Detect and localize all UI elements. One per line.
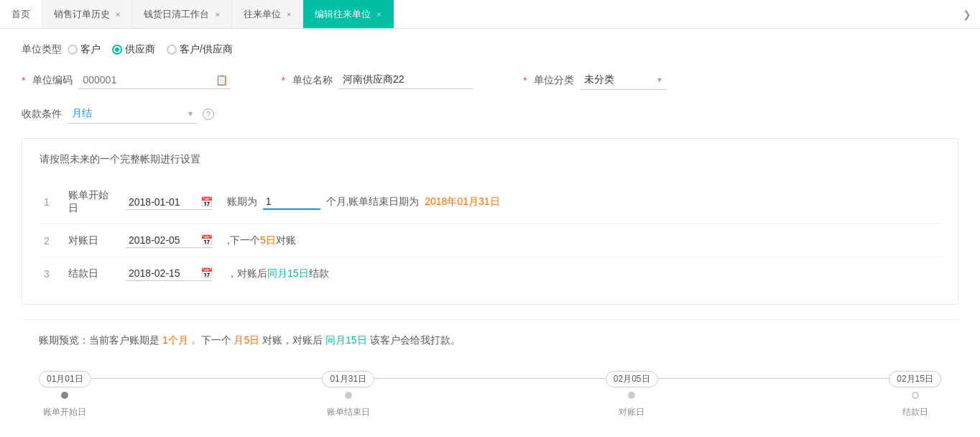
tab-close-icon[interactable]: × — [116, 10, 120, 19]
tab-label: 往来单位 — [244, 8, 281, 21]
radio-supplier[interactable]: 供应商 — [112, 43, 155, 56]
timeline-label-1: 账单开始日 — [43, 406, 86, 418]
unit-category-required: * — [523, 75, 527, 86]
tab-close-active-icon[interactable]: × — [376, 10, 381, 19]
timeline-item-2: 01月31日 账单结束日 — [322, 371, 374, 418]
preview-text: 账期预览：当前客户账期是 1个月， 下一个 月5日 对账，对账后 同月15日 该… — [39, 331, 941, 349]
timeline-badge-2: 01月31日 — [322, 371, 374, 387]
copy-icon[interactable]: 📋 — [213, 74, 231, 86]
tab-label: 销售订单历史 — [54, 8, 110, 21]
timeline-label-4: 结款日 — [902, 406, 928, 418]
calendar-icon-1[interactable]: 📅 — [200, 196, 213, 208]
period-row-3: 3 结款日 📅 ，对账后同月15日结款 — [40, 257, 940, 290]
desc-prefix-3: ，对账后 — [227, 267, 267, 279]
timeline-badge-4: 02月15日 — [889, 371, 941, 387]
radio-customer[interactable]: 客户 — [68, 43, 101, 56]
radio-group: 客户 供应商 客户/供应商 — [68, 43, 233, 56]
radio-label-customer: 客户 — [80, 43, 101, 56]
chevron-down-icon: ▾ — [188, 109, 193, 119]
payment-terms-row: 收款条件 月结 ▾ ? — [22, 104, 958, 124]
unit-name-field: * 单位名称 — [281, 71, 472, 89]
timeline-item-1: 01月01日 账单开始日 — [39, 371, 91, 418]
unit-category-select[interactable]: 未分类 ▾ — [580, 70, 666, 90]
date-input-1-field[interactable] — [126, 195, 198, 209]
unit-info-row: * 单位编码 📋 * 单位名称 * 单位分类 未分类 ▾ — [22, 70, 958, 90]
unit-category-field: * 单位分类 未分类 ▾ — [523, 70, 666, 90]
tab-label: 编辑往来单位 — [315, 8, 371, 21]
radio-circle-customer — [68, 45, 78, 55]
unit-type-row: 单位类型 客户 供应商 客户/供应商 — [22, 43, 958, 56]
unit-category-value: 未分类 — [584, 73, 655, 86]
chevron-right-icon: ❯ — [963, 9, 971, 20]
tab-close-icon[interactable]: × — [287, 10, 291, 19]
period-settings-card: 请按照未来的一个完整帐期进行设置 1 账单开始日 📅 账期为 个月,账单结束日期… — [22, 138, 958, 305]
timeline-item-4: 02月15日 结款日 — [889, 371, 941, 418]
date-input-1: 📅 — [126, 195, 213, 210]
tab-partner-unit[interactable]: 往来单位 × — [232, 0, 303, 28]
help-icon[interactable]: ? — [203, 109, 214, 120]
radio-label-both: 客户/供应商 — [180, 43, 233, 56]
date-input-3-field[interactable] — [126, 266, 198, 280]
unit-type-field: 单位类型 客户 供应商 客户/供应商 — [22, 43, 233, 56]
radio-both[interactable]: 客户/供应商 — [167, 43, 233, 56]
tab-bar: 首页 销售订单历史 × 钱货日清工作台 × 往来单位 × 编辑往来单位 × ❯ — [0, 0, 980, 29]
tab-sales-order-history[interactable]: 销售订单历史 × — [42, 0, 132, 28]
main-content: 单位类型 客户 供应商 客户/供应商 — [0, 29, 980, 437]
timeline-badge-3: 02月05日 — [606, 371, 658, 387]
payment-terms-value: 月结 — [72, 107, 185, 120]
next-day-highlight: 5日 — [260, 234, 276, 246]
same-day-highlight: 同月15日 — [267, 267, 309, 279]
period-row-1: 1 账单开始日 📅 账期为 个月,账单结束日期为 2018年01月31日 — [40, 180, 940, 224]
desc-prefix-1: 账期为 — [227, 196, 257, 207]
tab-more-button[interactable]: ❯ — [954, 0, 980, 28]
period-label-1: 账单开始日 — [68, 189, 111, 215]
period-label-3: 结款日 — [68, 267, 111, 280]
chevron-down-icon: ▾ — [657, 75, 662, 85]
tab-home[interactable]: 首页 — [0, 0, 42, 28]
preview-day: 月5日 — [234, 334, 259, 346]
period-desc-3: ，对账后同月15日结款 — [227, 267, 940, 280]
period-num-1: 1 — [40, 196, 54, 208]
period-num-2: 2 — [40, 235, 54, 247]
period-row-2: 2 对账日 📅 ,下一个5日对账 — [40, 224, 940, 257]
period-desc-1: 账期为 个月,账单结束日期为 2018年01月31日 — [227, 194, 940, 210]
unit-name-required: * — [281, 75, 285, 86]
timeline-dot-2 — [345, 392, 352, 399]
card-title: 请按照未来的一个完整帐期进行设置 — [40, 153, 940, 166]
timeline-item-3: 02月05日 对账日 — [606, 371, 658, 418]
calendar-icon-3[interactable]: 📅 — [200, 267, 213, 279]
preview-pay: 同月15日 — [325, 334, 367, 346]
timeline-dot-4 — [912, 392, 919, 399]
timeline-label-3: 对账日 — [619, 406, 644, 418]
payment-terms-select[interactable]: 月结 ▾ — [68, 104, 197, 124]
period-label-2: 对账日 — [68, 234, 111, 247]
preview-months: 1个月， — [162, 334, 198, 346]
calendar-icon-2[interactable]: 📅 — [200, 234, 213, 246]
unit-name-input[interactable] — [338, 71, 473, 89]
tab-close-icon[interactable]: × — [215, 10, 219, 19]
preview-prefix: 账期预览：当前客户账期是 — [39, 334, 160, 346]
preview-suffix: 该客户会给我打款。 — [370, 334, 461, 346]
unit-code-required: * — [22, 75, 25, 86]
timeline-label-2: 账单结束日 — [327, 406, 370, 418]
unit-code-label: 单位编码 — [32, 74, 73, 87]
date-input-2-field[interactable] — [126, 233, 198, 247]
end-date-highlight: 2018年01月31日 — [425, 196, 499, 207]
tab-cash-work[interactable]: 钱货日清工作台 × — [132, 0, 231, 28]
period-num-3: 3 — [40, 268, 54, 280]
timeline-badge-1: 01月01日 — [39, 371, 91, 387]
desc-suffix-3: 结款 — [309, 267, 329, 279]
date-input-2: 📅 — [126, 233, 213, 248]
period-months-input[interactable] — [263, 194, 320, 210]
timeline-dot-3 — [628, 392, 635, 399]
radio-label-supplier: 供应商 — [125, 43, 155, 56]
payment-terms-label: 收款条件 — [22, 108, 62, 121]
tab-edit-partner-unit[interactable]: 编辑往来单位 × — [303, 0, 393, 28]
tab-label: 钱货日清工作台 — [144, 8, 209, 21]
unit-code-input[interactable] — [78, 71, 213, 88]
unit-category-label: 单位分类 — [534, 74, 574, 87]
preview-section: 账期预览：当前客户账期是 1个月， 下一个 月5日 对账，对账后 同月15日 该… — [22, 319, 958, 430]
tab-label: 首页 — [11, 8, 30, 21]
radio-circle-both — [167, 45, 177, 55]
preview-middle: 下一个 — [201, 334, 231, 346]
